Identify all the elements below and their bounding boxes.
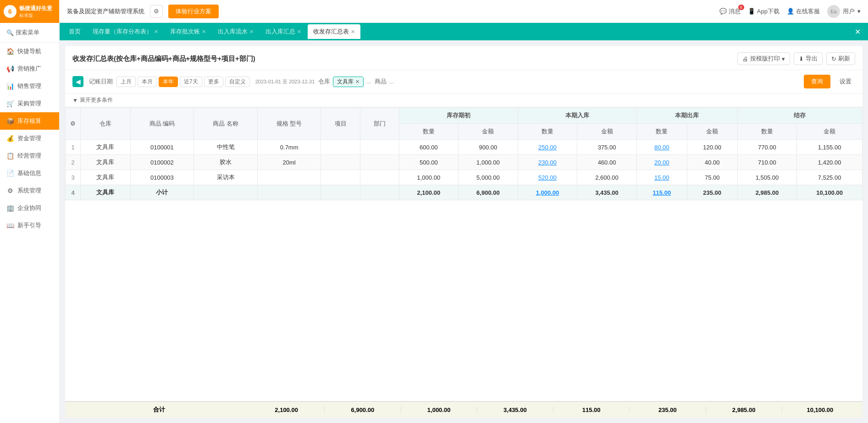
date-btn-last-month[interactable]: 上月 xyxy=(116,77,136,87)
footer-bal-amt: 10,100.00 xyxy=(782,407,858,413)
export-button[interactable]: ⬇ 导出 xyxy=(794,52,823,65)
tab-stock-dist-close[interactable]: ✕ xyxy=(154,29,158,35)
refresh-icon: ↻ xyxy=(831,55,836,62)
base-info-icon: 📄 xyxy=(6,170,14,177)
cell-in-amt: 2,600.00 xyxy=(577,170,637,185)
filter-row: 记账日期 上月 本月 本年 近7天 更多 自定义 2023-01-01 至 20… xyxy=(89,77,798,87)
cell-out-qty[interactable]: 15.00 xyxy=(636,170,687,185)
online-service-item[interactable]: 👤 在线客服 xyxy=(787,7,820,16)
expand-more-button[interactable]: ▼ 展开更多条件 xyxy=(72,96,113,104)
warehouse-more-button[interactable]: ... xyxy=(366,78,371,85)
tab-recv-send-sum[interactable]: 收发存汇总表 ✕ xyxy=(308,24,360,39)
app-download-item[interactable]: 📱 App下载 xyxy=(748,7,780,16)
refresh-button[interactable]: ↻ 刷新 xyxy=(826,52,855,65)
cell-dept xyxy=(360,170,399,185)
date-btn-7days[interactable]: 近7天 xyxy=(180,77,202,87)
page-container: 收发存汇总表(按仓库+商品编码+商品+规格型号+项目+部门) 🖨 按模版打印 ▾… xyxy=(65,46,862,418)
date-btn-more[interactable]: 更多 xyxy=(204,77,223,87)
th-out-qty: 数量 xyxy=(636,124,687,140)
table-row: 2 文具库 0100002 胶水 20ml 500.00 1,000.00 23… xyxy=(66,155,862,170)
tab-stock-dist[interactable]: 现存量（库存分布表） ✕ xyxy=(87,24,164,39)
tab-inout-flow[interactable]: 出入库流水 ✕ xyxy=(212,24,259,39)
subtotal-num: 4 xyxy=(66,185,81,200)
date-btn-this-month[interactable]: 本月 xyxy=(138,77,157,87)
subtotal-out-qty[interactable]: 115.00 xyxy=(636,185,687,200)
sidebar-item-guide[interactable]: 📖 新手引导 xyxy=(0,217,59,234)
cell-out-qty[interactable]: 80.00 xyxy=(636,140,687,155)
tab-batch-close[interactable]: ✕ xyxy=(202,29,206,35)
tab-batch[interactable]: 库存批次账 ✕ xyxy=(165,24,211,39)
dropdown-icon: ▾ xyxy=(857,8,861,15)
trial-button[interactable]: 体验行业方案 xyxy=(168,5,219,18)
th-warehouse: 仓库 xyxy=(81,108,131,140)
sidebar-item-operations[interactable]: 📋 经营管理 xyxy=(0,147,59,165)
cell-goods-name: 采访本 xyxy=(194,170,258,185)
phone-icon: 📱 xyxy=(748,8,755,15)
subtotal-warehouse: 文具库 xyxy=(81,185,131,200)
tab-inout-flow-close[interactable]: ✕ xyxy=(249,29,254,35)
tab-home[interactable]: 首页 xyxy=(63,24,86,39)
sidebar-item-enterprise[interactable]: 🏢 企业协同 xyxy=(0,199,59,217)
th-settings: ⚙ xyxy=(66,108,81,140)
settings-button[interactable]: ⚙ xyxy=(150,5,163,18)
cell-out-amt: 120.00 xyxy=(687,140,737,155)
filter-toggle-button[interactable]: ◀ xyxy=(72,76,83,87)
search-menu-item[interactable]: 🔍 搜索菜单 xyxy=(4,27,55,38)
cell-goods-spec: 20ml xyxy=(257,155,321,170)
remove-warehouse-tag[interactable]: ✕ xyxy=(355,79,359,85)
table-footer: 合计 2,100.00 6,900.00 1,000.00 3,435.00 1… xyxy=(65,401,862,418)
cell-dept xyxy=(360,155,399,170)
cell-bal-qty: 770.00 xyxy=(737,140,797,155)
tab-recv-send-sum-close[interactable]: ✕ xyxy=(351,29,355,35)
cell-goods-name: 中性笔 xyxy=(194,140,258,155)
cell-begin-qty: 600.00 xyxy=(399,140,459,155)
cell-begin-qty: 1,000.00 xyxy=(399,170,459,185)
footer-in-amt: 3,435.00 xyxy=(477,407,553,413)
cell-begin-amt: 1,000.00 xyxy=(459,155,518,170)
chevron-down-icon: ▾ xyxy=(782,55,785,62)
tab-inout-sum[interactable]: 出入库汇总 ✕ xyxy=(260,24,307,39)
footer-begin-amt: 6,900.00 xyxy=(325,407,401,413)
sidebar-item-finance[interactable]: 💰 资金管理 xyxy=(0,130,59,147)
logo-icon: 6 xyxy=(4,5,17,18)
sidebar-item-inventory[interactable]: 📦 库存核算 xyxy=(0,112,59,130)
print-button[interactable]: 🖨 按模版打印 ▾ xyxy=(737,52,790,65)
th-project: 项目 xyxy=(321,108,360,140)
warehouse-filter: 仓库 文具库 ✕ ... xyxy=(318,77,371,87)
query-button[interactable]: 查询 xyxy=(804,75,830,88)
sidebar-item-purchase[interactable]: 🛒 采购管理 xyxy=(0,95,59,112)
cell-in-qty[interactable]: 250.00 xyxy=(518,140,577,155)
sidebar-item-sales[interactable]: 📊 销售管理 xyxy=(0,77,59,95)
cell-out-qty[interactable]: 20.00 xyxy=(636,155,687,170)
sidebar-item-marketing[interactable]: 📢 营销推广 xyxy=(0,60,59,77)
goods-filter: 商品 ... xyxy=(375,77,394,86)
goods-more-button[interactable]: ... xyxy=(389,78,394,85)
th-goods-code: 商品 编码 xyxy=(130,108,194,140)
cell-in-qty[interactable]: 520.00 xyxy=(518,170,577,185)
tab-bar-close[interactable]: ✕ xyxy=(851,27,864,36)
inventory-icon: 📦 xyxy=(6,117,14,125)
sidebar-item-quick-nav[interactable]: 🏠 快捷导航 xyxy=(0,43,59,60)
date-btn-custom[interactable]: 自定义 xyxy=(225,77,250,87)
user-menu[interactable]: Ea 用户 ▾ xyxy=(827,5,861,18)
footer-out-amt: 235.00 xyxy=(630,407,706,413)
footer-in-qty: 1,000.00 xyxy=(401,407,477,413)
tab-inout-sum-close[interactable]: ✕ xyxy=(297,29,301,35)
sidebar-item-base-info[interactable]: 📄 基础信息 xyxy=(0,165,59,182)
cell-in-qty[interactable]: 230.00 xyxy=(518,155,577,170)
cell-out-amt: 40.00 xyxy=(687,155,737,170)
subtotal-empty1 xyxy=(194,185,258,200)
cell-out-amt: 75.00 xyxy=(687,170,737,185)
cell-warehouse: 文具库 xyxy=(81,140,131,155)
sidebar-item-system[interactable]: ⚙ 系统管理 xyxy=(0,182,59,199)
messages-item[interactable]: 💬 消息 6 xyxy=(719,7,741,16)
subtotal-in-qty[interactable]: 1,000.00 xyxy=(518,185,577,200)
cell-goods-spec: 0.7mm xyxy=(257,140,321,155)
th-period-begin: 库存期初 xyxy=(399,108,518,124)
cell-goods-spec xyxy=(257,170,321,185)
date-btn-this-year[interactable]: 本年 xyxy=(159,77,178,87)
operations-icon: 📋 xyxy=(6,152,14,159)
cell-warehouse: 文具库 xyxy=(81,155,131,170)
settings-link[interactable]: 设置 xyxy=(836,76,855,88)
cell-project xyxy=(321,170,360,185)
